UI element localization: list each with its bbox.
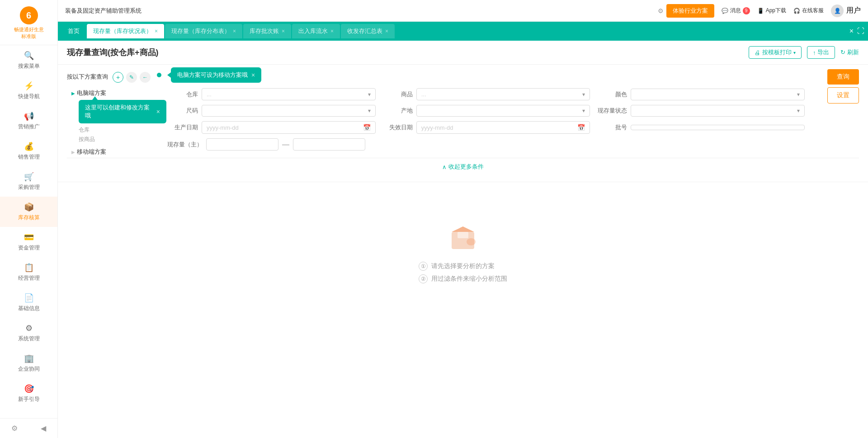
inv-amount-from[interactable] xyxy=(206,138,278,151)
system-icon: ⚙ xyxy=(25,323,33,333)
empty-tips: ① 请先选择要分析的方案 ② 用过滤条件来缩小分析范围 xyxy=(419,262,507,283)
headset-icon: 🎧 xyxy=(793,8,800,14)
online-service-label: 在线客服 xyxy=(802,7,824,14)
prod-date-label: 生产日期 xyxy=(166,123,198,132)
tab-collect[interactable]: 收发存汇总表 × xyxy=(341,24,395,38)
tab-close-icon[interactable]: × xyxy=(330,28,334,34)
sidebar-logo: 6 畅捷通好生意标准版 xyxy=(0,0,57,45)
sidebar-item-purchase[interactable]: 🛒 采购管理 xyxy=(0,166,57,197)
sidebar-item-marketing[interactable]: 📢 营销推广 xyxy=(0,106,57,136)
sidebar-item-label: 快捷导航 xyxy=(18,93,40,100)
color-input[interactable]: ▾ xyxy=(631,89,805,100)
goods-input[interactable]: ... ▾ xyxy=(416,88,590,100)
app-download-label: App下载 xyxy=(766,7,786,14)
inv-amount-to[interactable] xyxy=(293,138,365,151)
sidebar-item-label: 资金管理 xyxy=(18,244,40,252)
sidebar-item-sales[interactable]: 💰 销售管理 xyxy=(0,136,57,166)
sidebar-item-label: 搜索菜单 xyxy=(18,62,40,70)
batch-input[interactable] xyxy=(631,125,805,130)
collapse-label: 收起更多条件 xyxy=(448,163,484,171)
message-button[interactable]: 💬 消息 9 xyxy=(722,7,750,14)
mobile-scheme-item[interactable]: ▶ 移动端方案 xyxy=(71,146,166,158)
print-button[interactable]: 🖨 按模板打印 ▾ xyxy=(749,46,802,59)
edit-scheme-button[interactable]: ✎ xyxy=(126,72,137,83)
avatar: 👤 xyxy=(831,5,844,17)
top-header: 装备及固定资产辅助管理系统 ⚙ 体验行业方案 💬 消息 9 📱 App下载 🎧 … xyxy=(58,0,868,22)
size-label: 尺码 xyxy=(166,107,198,115)
add-scheme-button[interactable]: + xyxy=(113,72,123,83)
calendar-icon: 📅 xyxy=(577,124,585,131)
maximize-icon[interactable]: ⛶ xyxy=(857,27,864,35)
sidebar-item-operation[interactable]: 📋 经营管理 xyxy=(0,257,57,287)
sidebar-item-quick[interactable]: ⚡ 快捷导航 xyxy=(0,75,57,106)
tab-inv-dist[interactable]: 现存量（库存分布表） × xyxy=(165,24,242,38)
dot-indicator xyxy=(157,73,161,77)
export-button[interactable]: ↑ 导出 xyxy=(807,46,835,59)
tab-batch[interactable]: 库存批次账 × xyxy=(243,24,291,38)
sidebar-item-finance[interactable]: 💳 资金管理 xyxy=(0,227,57,257)
sidebar-item-system[interactable]: ⚙ 系统管理 xyxy=(0,318,57,348)
prod-date-placeholder: yyyy-mm-dd xyxy=(207,124,239,131)
printer-icon: 🖨 xyxy=(755,49,760,56)
batch-field: 批号 xyxy=(595,121,805,134)
sidebar: 6 畅捷通好生意标准版 🔍 搜索菜单 ⚡ 快捷导航 📢 营销推广 💰 销售管理 … xyxy=(0,0,58,438)
tab-close-icon[interactable]: × xyxy=(385,28,388,34)
desktop-scheme-item[interactable]: ▶ 电脑端方案 xyxy=(71,88,166,98)
prod-date-field: 生产日期 yyyy-mm-dd 📅 xyxy=(166,121,376,134)
tab-home[interactable]: 首页 xyxy=(61,27,86,35)
inv-status-label: 现存量状态 xyxy=(595,107,627,115)
settings-icon[interactable]: ⚙ xyxy=(11,424,18,433)
scheme-sub-item-warehouse[interactable]: 仓库 xyxy=(71,125,166,135)
online-service-button[interactable]: 🎧 在线客服 xyxy=(793,7,824,14)
gear-icon[interactable]: ⚙ xyxy=(658,7,664,14)
sidebar-item-label: 系统管理 xyxy=(18,335,40,343)
sidebar-item-inventory[interactable]: 📦 库存核算 xyxy=(0,197,57,227)
sidebar-item-label: 基础信息 xyxy=(18,305,40,312)
trial-button[interactable]: 体验行业方案 xyxy=(666,4,714,18)
tab-inv-status[interactable]: 现存量（库存状况表） × xyxy=(87,24,164,38)
sidebar-item-corp[interactable]: 🏢 企业协同 xyxy=(0,348,57,378)
print-label: 按模板打印 xyxy=(762,48,792,57)
user-label: 用户 xyxy=(846,6,861,15)
search-button[interactable]: 查询 xyxy=(827,69,859,85)
page-inner: 现存量查询(按仓库+商品) 🖨 按模板打印 ▾ ↑ 导出 ↻ 刷新 xyxy=(58,41,868,438)
phone-icon: 📱 xyxy=(757,8,764,14)
quick-icon: ⚡ xyxy=(24,81,34,91)
svg-marker-1 xyxy=(452,226,474,232)
prod-date-input[interactable]: yyyy-mm-dd 📅 xyxy=(202,121,376,134)
desktop-scheme-label: 电脑端方案 xyxy=(77,89,106,97)
sidebar-bottom: ⚙ ◀ xyxy=(0,418,57,438)
collapse-bar[interactable]: ∧ 收起更多条件 xyxy=(67,158,859,175)
color-field: 颜色 ▾ xyxy=(595,88,805,100)
tab-inout[interactable]: 出入库流水 × xyxy=(292,24,340,38)
tab-close-icon[interactable]: × xyxy=(282,28,285,34)
tab-close-icon[interactable]: × xyxy=(233,28,236,34)
warehouse-input[interactable]: ... ▾ xyxy=(202,88,376,100)
app-download-button[interactable]: 📱 App下载 xyxy=(757,7,786,14)
tab-close-icon[interactable]: × xyxy=(155,28,158,34)
collapse-sidebar-icon[interactable]: ◀ xyxy=(41,424,46,433)
origin-input[interactable]: ▾ xyxy=(416,105,590,117)
refresh-icon: ↻ xyxy=(840,49,845,56)
tip1-num: ① xyxy=(419,262,428,271)
origin-field: 产地 ▾ xyxy=(381,105,590,117)
exp-date-field: 失效日期 yyyy-mm-dd 📅 xyxy=(381,121,590,134)
chevron-down-icon: ▾ xyxy=(793,50,796,55)
tooltip1-close[interactable]: × xyxy=(251,71,255,79)
page-title: 现存量查询(按仓库+商品) xyxy=(67,47,159,58)
user-area[interactable]: 👤 用户 xyxy=(831,5,861,17)
sales-icon: 💰 xyxy=(24,141,34,151)
sidebar-item-basic[interactable]: 📄 基础信息 xyxy=(0,287,57,318)
sidebar-item-guide[interactable]: 🎯 新手引导 xyxy=(0,378,57,409)
sidebar-item-search[interactable]: 🔍 搜索菜单 xyxy=(0,45,57,75)
marketing-icon: 📢 xyxy=(24,111,34,121)
sidebar-item-label: 库存核算 xyxy=(18,214,40,221)
refresh-button[interactable]: ↻ 刷新 xyxy=(840,48,859,57)
inv-status-input[interactable]: ▾ xyxy=(631,105,805,117)
arrow-scheme-button[interactable]: ← xyxy=(140,72,151,83)
tooltip2-close[interactable]: × xyxy=(156,108,160,115)
size-input[interactable]: ▾ xyxy=(202,105,376,117)
exp-date-input[interactable]: yyyy-mm-dd 📅 xyxy=(416,121,590,134)
close-all-icon[interactable]: × xyxy=(849,27,854,35)
scheme-sub-item-goods[interactable]: 按商品 xyxy=(71,135,166,144)
